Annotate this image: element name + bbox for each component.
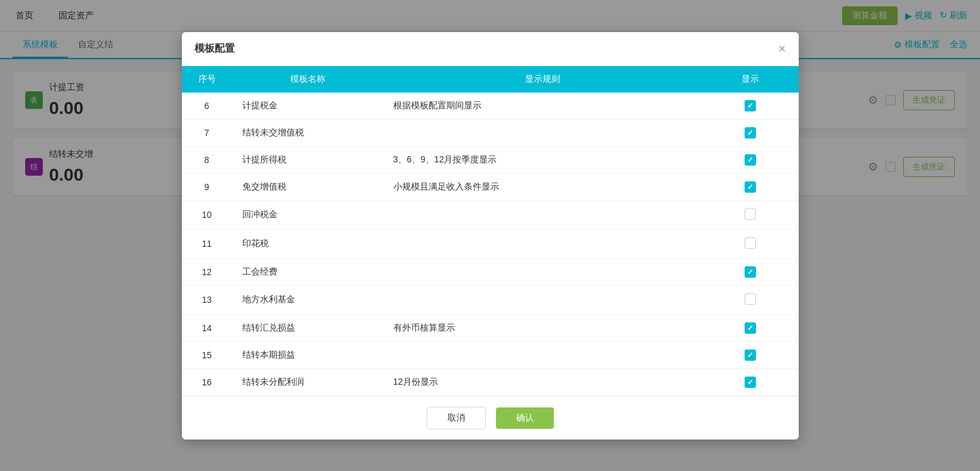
table-row: 14结转汇兑损益有外币核算显示: [182, 314, 799, 341]
checkbox-checked[interactable]: [745, 100, 756, 111]
checkbox-unchecked[interactable]: [745, 208, 756, 220]
cell-name: 免交增值税: [232, 173, 383, 200]
confirm-button[interactable]: 确认: [496, 407, 554, 429]
modal-footer: 取消 确认: [182, 396, 799, 440]
col-rule: 显示规则: [383, 66, 703, 93]
cell-checkbox: [702, 93, 798, 120]
cell-checkbox: [702, 146, 798, 173]
cell-name: 计提所得税: [232, 146, 383, 173]
modal-body: 序号 模板名称 显示规则 显示 6计提税金根据模板配置期间显示7结转未交增值税8…: [182, 66, 799, 396]
cell-rule: [383, 229, 703, 258]
cell-checkbox: [702, 368, 798, 395]
cell-index: 10: [182, 200, 232, 229]
cell-checkbox: [702, 314, 798, 341]
cell-name: 结转本期损益: [232, 341, 383, 368]
cell-index: 11: [182, 229, 232, 258]
cell-index: 6: [182, 93, 232, 120]
cell-checkbox: [702, 258, 798, 285]
table-row: 8计提所得税3、6、9、12月按季度显示: [182, 146, 799, 173]
cell-rule: 小规模且满足收入条件显示: [383, 173, 703, 200]
cell-name: 印花税: [232, 229, 383, 258]
cell-index: 9: [182, 173, 232, 200]
cell-rule: [383, 200, 703, 229]
table-header: 序号 模板名称 显示规则 显示: [182, 66, 799, 93]
table-row: 7结转未交增值税: [182, 119, 799, 146]
checkbox-checked[interactable]: [745, 266, 756, 278]
table-row: 10回冲税金: [182, 200, 799, 229]
cancel-button[interactable]: 取消: [427, 407, 486, 429]
modal-title: 模板配置: [194, 42, 235, 55]
template-config-modal: 模板配置 × 序号 模板名称 显示规则 显示 6计提税金根据模板配置期间显: [182, 32, 799, 440]
cell-name: 结转未分配利润: [232, 368, 383, 395]
table-body: 6计提税金根据模板配置期间显示7结转未交增值税8计提所得税3、6、9、12月按季…: [182, 93, 799, 396]
cell-name: 回冲税金: [232, 200, 383, 229]
checkbox-checked[interactable]: [745, 349, 756, 361]
modal-header: 模板配置 ×: [182, 32, 799, 66]
cell-index: 12: [182, 258, 232, 285]
col-display: 显示: [702, 66, 798, 93]
cell-rule: [383, 119, 703, 146]
table-row: 13地方水利基金: [182, 285, 799, 314]
cell-index: 8: [182, 146, 232, 173]
cell-rule: 3、6、9、12月按季度显示: [383, 146, 703, 173]
cell-name: 结转未交增值税: [232, 119, 383, 146]
table-row: 6计提税金根据模板配置期间显示: [182, 93, 799, 120]
cell-checkbox: [702, 229, 798, 258]
cell-index: 7: [182, 119, 232, 146]
modal-overlay: 模板配置 × 序号 模板名称 显示规则 显示 6计提税金根据模板配置期间显: [0, 0, 980, 471]
cell-rule: 根据模板配置期间显示: [383, 93, 703, 120]
table-scroll-area[interactable]: 序号 模板名称 显示规则 显示 6计提税金根据模板配置期间显示7结转未交增值税8…: [182, 66, 799, 396]
checkbox-checked[interactable]: [745, 154, 756, 166]
col-index: 序号: [182, 66, 232, 93]
cell-checkbox: [702, 119, 798, 146]
checkbox-unchecked[interactable]: [745, 293, 756, 305]
config-table: 序号 模板名称 显示规则 显示 6计提税金根据模板配置期间显示7结转未交增值税8…: [182, 66, 799, 396]
table-row: 15结转本期损益: [182, 341, 799, 368]
cell-index: 16: [182, 368, 232, 395]
cell-rule: [383, 285, 703, 314]
cell-index: 14: [182, 314, 232, 341]
checkbox-checked[interactable]: [745, 322, 756, 334]
cell-name: 地方水利基金: [232, 285, 383, 314]
cell-rule: 12月份显示: [383, 368, 703, 395]
cell-name: 结转汇兑损益: [232, 314, 383, 341]
table-row: 11印花税: [182, 229, 799, 258]
checkbox-checked[interactable]: [745, 127, 756, 139]
checkbox-unchecked[interactable]: [745, 237, 756, 249]
table-row: 9免交增值税小规模且满足收入条件显示: [182, 173, 799, 200]
table-row: 16结转未分配利润12月份显示: [182, 368, 799, 395]
checkbox-checked[interactable]: [745, 181, 756, 193]
modal-close-button[interactable]: ×: [779, 42, 786, 55]
table-row: 12工会经费: [182, 258, 799, 285]
cell-checkbox: [702, 285, 798, 314]
col-name: 模板名称: [232, 66, 383, 93]
cell-rule: 有外币核算显示: [383, 314, 703, 341]
checkbox-checked[interactable]: [745, 377, 756, 388]
cell-checkbox: [702, 173, 798, 200]
cell-index: 15: [182, 341, 232, 368]
cell-checkbox: [702, 200, 798, 229]
cell-name: 工会经费: [232, 258, 383, 285]
cell-rule: [383, 258, 703, 285]
cell-checkbox: [702, 341, 798, 368]
cell-name: 计提税金: [232, 93, 383, 120]
cell-rule: [383, 341, 703, 368]
cell-index: 13: [182, 285, 232, 314]
